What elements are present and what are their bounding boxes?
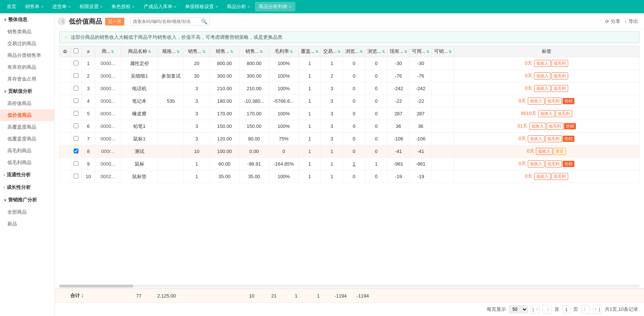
row-settings[interactable] [60, 120, 71, 133]
row-select-checkbox[interactable] [74, 111, 78, 116]
close-icon[interactable]: × [248, 4, 250, 9]
row-browse1: 1 [343, 158, 365, 170]
sidebar-group-marketing[interactable]: ∨ 营销推广分析 [0, 194, 54, 206]
row-settings[interactable] [60, 57, 71, 70]
nav-sales[interactable]: 销售单 × [21, 2, 47, 11]
sidebar-item-sales-products[interactable]: 销售类商品 [0, 26, 54, 38]
row-checkbox[interactable] [71, 120, 82, 133]
col-available[interactable]: 可用...⇅ [410, 46, 432, 57]
row-checkbox[interactable] [71, 82, 82, 95]
sidebar-item-all-products[interactable]: 全部商品 [0, 206, 54, 218]
nav-purchase[interactable]: 进货单 × [48, 2, 74, 11]
row-select-checkbox[interactable] [74, 161, 78, 166]
row-checkbox[interactable] [71, 70, 82, 82]
collapse-button[interactable]: 《 [58, 17, 66, 26]
sidebar-item-high-coverage[interactable]: 高覆盖度商品 [0, 121, 54, 133]
next-page-button[interactable]: 〉 [581, 305, 590, 314]
row-checkbox[interactable] [71, 170, 82, 183]
row-name: 属性定价 [121, 57, 158, 70]
nav-template[interactable]: 单据模板设置 × [181, 2, 221, 11]
col-code[interactable]: 商...⇅ [95, 46, 121, 57]
row-settings[interactable] [60, 82, 71, 95]
col-checkbox[interactable] [71, 46, 82, 57]
close-icon[interactable]: × [132, 4, 134, 9]
col-spec[interactable]: 规格...⇅ [158, 46, 184, 57]
select-all-checkbox[interactable] [74, 48, 78, 53]
close-icon[interactable]: × [289, 4, 291, 9]
col-saleable[interactable]: 可销...⇅ [432, 46, 454, 57]
per-page-select[interactable]: 50 100 200 [509, 305, 528, 313]
close-icon[interactable]: × [100, 4, 103, 9]
sidebar-group-circulation[interactable]: › 流通性分析 [0, 169, 54, 181]
sidebar-group-contribution[interactable]: ∨ 贡献值分析 [0, 85, 54, 98]
sidebar-item-high-margin[interactable]: 高毛利商品 [0, 145, 54, 157]
row-select-checkbox[interactable] [74, 136, 78, 141]
col-coverage[interactable]: 覆盖...⇅ [299, 46, 321, 57]
sidebar-item-low-value[interactable]: 低价值商品 [0, 109, 54, 121]
sidebar-item-low-coverage[interactable]: 低覆盖度商品 [0, 133, 54, 145]
row-settings[interactable] [60, 108, 71, 120]
col-sales1[interactable]: 销售...⇅ [184, 46, 210, 57]
share-button[interactable]: ⟳ 分享 [605, 18, 620, 25]
row-select-checkbox[interactable] [74, 174, 78, 179]
close-icon[interactable]: × [68, 4, 70, 9]
row-select-checkbox[interactable] [74, 61, 78, 65]
row-settings[interactable] [60, 170, 71, 183]
col-browse1[interactable]: 浏览...⇅ [343, 46, 365, 57]
close-icon[interactable]: × [41, 4, 43, 9]
nav-inventory[interactable]: 产成品入库单 × [140, 2, 180, 11]
row-browse1: 0 [343, 70, 365, 82]
row-select-checkbox[interactable] [74, 123, 78, 128]
nav-home[interactable]: 首页 [3, 2, 20, 11]
row-select-checkbox[interactable] [74, 149, 78, 153]
sidebar-item-low-margin[interactable]: 低毛利商品 [0, 157, 54, 169]
sidebar-item-stock-products[interactable]: 有库存的商品 [0, 61, 54, 73]
sidebar-item-new-products[interactable]: 新品 [0, 218, 54, 230]
col-sales2[interactable]: 销售...⇅ [210, 46, 239, 57]
row-checkbox[interactable] [71, 57, 82, 70]
prev-page-button[interactable]: 〈 [543, 305, 551, 314]
row-select-checkbox[interactable] [74, 98, 78, 103]
col-trade[interactable]: 交易...⇅ [321, 46, 343, 57]
row-settings[interactable] [60, 158, 71, 170]
col-browse2[interactable]: 浏览...⇅ [365, 46, 388, 57]
first-page-button[interactable]: |〈 [531, 305, 540, 314]
export-button[interactable]: ↑ 导出 [625, 18, 638, 25]
time-filter-button[interactable]: 近一月 [105, 18, 124, 26]
nav-product-analysis-list[interactable]: 商品分析列表 × [255, 2, 295, 11]
col-margin[interactable]: 毛利率⇅ [269, 46, 299, 57]
close-icon[interactable]: × [174, 4, 176, 9]
row-checkbox[interactable] [71, 133, 82, 145]
col-sales3[interactable]: 销售...⇅ [239, 46, 269, 57]
row-settings[interactable] [60, 133, 71, 145]
row-checkbox[interactable] [71, 145, 82, 158]
row-settings[interactable] [60, 95, 71, 108]
last-page-button[interactable]: 〉| [593, 305, 602, 314]
nav-permissions[interactable]: 权限设置 × [76, 2, 106, 11]
row-checkbox[interactable] [71, 95, 82, 108]
search-icon[interactable]: 🔍 [201, 18, 207, 24]
tag-hot: 热销 [564, 123, 576, 129]
row-settings[interactable] [60, 70, 71, 82]
sidebar-group-overall[interactable]: ∨ 整体信息 [0, 13, 54, 26]
sidebar-item-category-sales-rate[interactable]: 商品分类销售率 [0, 50, 54, 61]
scrollbar-thumb[interactable] [59, 285, 133, 288]
row-checkbox[interactable] [71, 158, 82, 170]
row-select-checkbox[interactable] [74, 86, 78, 91]
row-checkbox[interactable] [71, 108, 82, 120]
row-days: 0天 [519, 161, 526, 166]
sidebar-group-growth[interactable]: › 成长性分析 [0, 181, 54, 194]
horizontal-scrollbar[interactable] [59, 285, 640, 288]
col-name[interactable]: 商品名称⇅ [121, 46, 158, 57]
close-icon[interactable]: × [215, 4, 218, 9]
sidebar-item-traded-products[interactable]: 交易过的商品 [0, 38, 54, 50]
row-settings[interactable] [60, 145, 71, 158]
nav-roles[interactable]: 角色授权 × [108, 2, 138, 11]
col-settings[interactable]: ⚙ [60, 46, 71, 57]
nav-product-analysis[interactable]: 商品分析 × [223, 2, 254, 11]
search-input[interactable] [133, 19, 199, 24]
sidebar-item-stock-capital[interactable]: 库存资金占用 [0, 73, 54, 85]
sidebar-item-high-value[interactable]: 高价值商品 [0, 98, 54, 109]
col-stock[interactable]: 现有...⇅ [388, 46, 410, 57]
row-select-checkbox[interactable] [74, 73, 78, 78]
